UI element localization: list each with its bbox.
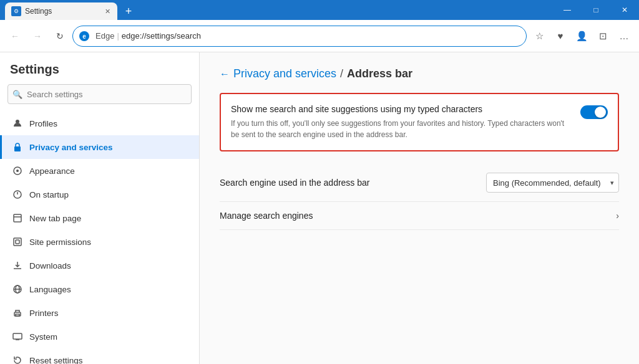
sidebar-item-label: Appearance	[29, 166, 75, 176]
svg-rect-11	[16, 240, 19, 244]
sidebar-search-input[interactable]	[7, 84, 192, 104]
more-button[interactable]: …	[614, 26, 634, 46]
sidebar: Settings 🔍 Profiles Privacy and services…	[0, 52, 200, 364]
printers-icon	[12, 307, 23, 318]
sidebar-item-system[interactable]: System	[0, 325, 199, 348]
tab-favicon-icon: ⚙	[11, 6, 21, 16]
sidebar-item-appearance[interactable]: Appearance	[0, 159, 199, 183]
breadcrumb-separator: /	[340, 67, 343, 80]
sidebar-item-label: Reset settings	[29, 356, 83, 365]
profile-button[interactable]: 👤	[572, 26, 592, 46]
back-button[interactable]: ←	[5, 26, 25, 46]
minimize-button[interactable]: —	[553, 0, 582, 20]
tab-bar: ⚙ Settings ✕ +	[5, 0, 553, 20]
sidebar-item-label: New tab page	[29, 214, 81, 223]
privacy-icon	[12, 141, 23, 153]
svg-rect-3	[14, 146, 21, 151]
main-layout: Settings 🔍 Profiles Privacy and services…	[0, 52, 639, 364]
svg-text:e: e	[82, 33, 86, 40]
sidebar-item-resetsettings[interactable]: Reset settings	[0, 348, 199, 364]
breadcrumb-link[interactable]: Privacy and services	[233, 67, 336, 80]
suggestions-toggle-switch[interactable]	[580, 105, 608, 119]
profiles-icon	[12, 118, 23, 129]
breadcrumb: ← Privacy and services / Address bar	[220, 67, 619, 80]
onstartup-icon	[12, 189, 23, 200]
breadcrumb-current: Address bar	[347, 67, 412, 80]
sidebar-search-box: 🔍	[7, 84, 192, 104]
sidebar-item-label: Profiles	[29, 119, 57, 128]
content-area: ← Privacy and services / Address bar Sho…	[200, 52, 639, 364]
sidebar-item-label: Languages	[29, 285, 71, 294]
sidebar-item-label: Privacy and services	[29, 143, 113, 152]
address-input[interactable]: Edge | edge://settings/search	[72, 26, 527, 47]
window-controls: — □ ✕	[553, 0, 639, 20]
sidebar-item-label: Site permissions	[29, 237, 91, 247]
forward-button[interactable]: →	[27, 26, 47, 46]
addressbar: ← → ↻ e Edge | edge://settings/search ☆ …	[0, 20, 639, 52]
tab-title: Settings	[25, 7, 99, 16]
sidebar-item-newtab[interactable]: New tab page	[0, 206, 199, 230]
edge-label: Edge	[95, 26, 114, 47]
search-engine-row: Search engine used in the address bar Bi…	[220, 164, 619, 202]
svg-rect-17	[16, 314, 19, 316]
search-engine-dropdown-wrapper: Bing (Recommended, default) ▾	[486, 173, 619, 193]
toggle-card-content: Show me search and site suggestions usin…	[231, 104, 573, 140]
system-icon	[12, 331, 23, 342]
toggle-title: Show me search and site suggestions usin…	[231, 104, 573, 114]
sidebar-title: Settings	[0, 62, 199, 84]
sidebar-item-downloads[interactable]: Downloads	[0, 254, 199, 277]
suggestions-toggle-card: Show me search and site suggestions usin…	[220, 93, 619, 151]
new-tab-button[interactable]: +	[120, 2, 137, 20]
svg-rect-18	[13, 333, 22, 339]
sidebar-item-printers[interactable]: Printers	[0, 301, 199, 325]
svg-rect-8	[14, 214, 21, 222]
tab-close-button[interactable]: ✕	[102, 6, 112, 16]
toggle-description: If you turn this off, you'll only see su…	[231, 118, 573, 140]
sidebar-item-label: Printers	[29, 309, 59, 318]
url-text: edge://settings/search	[122, 26, 201, 47]
sidebar-item-sitepermissions[interactable]: Site permissions	[0, 230, 199, 254]
share-icon[interactable]: ⊡	[593, 26, 613, 46]
maximize-button[interactable]: □	[582, 0, 610, 20]
svg-point-5	[16, 170, 19, 172]
sidebar-item-privacy[interactable]: Privacy and services	[0, 135, 199, 159]
sidebar-item-label: System	[29, 332, 57, 342]
settings-tab[interactable]: ⚙ Settings ✕	[5, 2, 117, 20]
resetsettings-icon	[12, 355, 23, 364]
newtab-icon	[12, 213, 23, 224]
close-window-button[interactable]: ✕	[610, 0, 639, 20]
sidebar-item-onstartup[interactable]: On startup	[0, 183, 199, 206]
sidebar-item-profiles[interactable]: Profiles	[0, 112, 199, 135]
manage-engines-label: Manage search engines	[220, 211, 313, 221]
sitepermissions-icon	[12, 236, 23, 247]
sidebar-search-icon: 🔍	[12, 90, 22, 99]
toggle-knob	[595, 107, 606, 118]
sidebar-item-label: On startup	[29, 190, 69, 199]
address-bar-wrapper: e Edge | edge://settings/search	[72, 26, 527, 47]
chevron-right-icon: ›	[616, 211, 619, 221]
manage-engines-row[interactable]: Manage search engines ›	[220, 202, 619, 230]
downloads-icon	[12, 260, 23, 271]
breadcrumb-back-button[interactable]: ←	[220, 69, 230, 80]
reload-button[interactable]: ↻	[50, 26, 70, 46]
titlebar: ⚙ Settings ✕ + — □ ✕	[0, 0, 639, 20]
address-icons: ☆ ♥ 👤 ⊡ …	[529, 26, 634, 46]
sidebar-item-label: Downloads	[29, 261, 71, 271]
search-engine-select[interactable]: Bing (Recommended, default)	[486, 173, 619, 193]
appearance-icon	[12, 165, 23, 176]
svg-rect-10	[14, 238, 21, 246]
edge-logo-icon: e	[79, 31, 90, 42]
languages-icon	[12, 284, 23, 295]
search-engine-label: Search engine used in the address bar	[220, 178, 370, 188]
favorites-star-icon[interactable]: ☆	[529, 26, 549, 46]
sidebar-item-languages[interactable]: Languages	[0, 277, 199, 301]
collections-icon[interactable]: ♥	[550, 26, 570, 46]
